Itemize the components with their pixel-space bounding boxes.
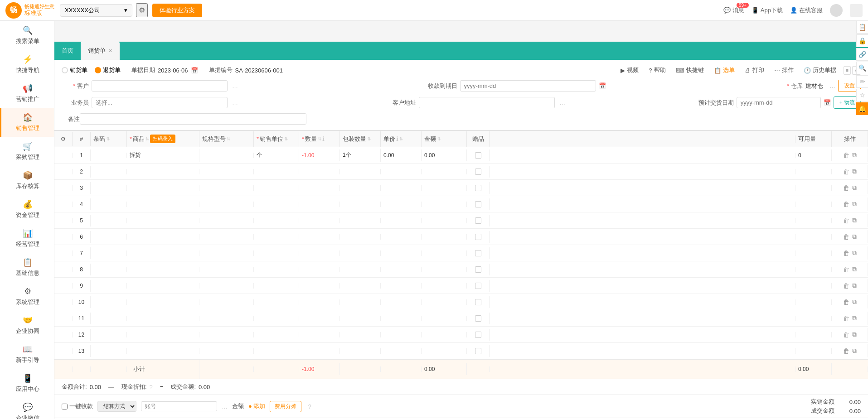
- one-click-checkbox[interactable]: [62, 404, 68, 409]
- copy-row-10-icon[interactable]: ⧉: [851, 298, 858, 306]
- right-panel-edit[interactable]: ✏: [856, 75, 868, 88]
- sidebar-item-sales[interactable]: 🏠 销售管理: [0, 108, 54, 137]
- sidebar-item-collab[interactable]: 🤝 企业协同: [0, 311, 54, 340]
- sidebar-item-purchase[interactable]: 🛒 采购管理: [0, 137, 54, 166]
- message-button[interactable]: 💬 消息 99+: [723, 6, 744, 14]
- expected-cal-icon[interactable]: 📅: [824, 99, 831, 106]
- tab-home[interactable]: 首页: [54, 42, 81, 60]
- delete-row-5-icon[interactable]: 🗑: [842, 217, 851, 224]
- copy-row-5-icon[interactable]: ⧉: [851, 217, 858, 224]
- sidebar-item-search[interactable]: 🔍 搜索菜单: [0, 21, 54, 50]
- payment-method-select[interactable]: 结算方式: [97, 401, 136, 412]
- right-panel-lock[interactable]: 🔒: [856, 34, 868, 47]
- gift-checkbox-2[interactable]: [475, 169, 481, 175]
- delete-row-13-icon[interactable]: 🗑: [842, 347, 851, 355]
- gift-checkbox-10[interactable]: [475, 299, 481, 305]
- copy-row-11-icon[interactable]: ⧉: [851, 314, 858, 322]
- toolbar-help[interactable]: ? 帮助: [646, 65, 668, 75]
- notes-input[interactable]: [80, 113, 306, 125]
- customer-input[interactable]: [92, 80, 228, 92]
- customer-dots[interactable]: …: [232, 82, 238, 89]
- copy-row-13-icon[interactable]: ⧉: [851, 347, 858, 355]
- delete-row-9-icon[interactable]: 🗑: [842, 282, 851, 289]
- gift-checkbox-12[interactable]: [475, 332, 481, 338]
- customer-addr-input[interactable]: [419, 97, 555, 108]
- delete-row-6-icon[interactable]: 🗑: [842, 233, 851, 241]
- delete-row-2-icon[interactable]: 🗑: [842, 168, 851, 175]
- payment-dots[interactable]: …: [222, 403, 228, 410]
- delete-row-3-icon[interactable]: 🗑: [842, 184, 851, 192]
- expense-split-button[interactable]: 费用分摊: [270, 401, 301, 412]
- gift-checkbox-8[interactable]: [475, 266, 481, 273]
- toolbar-history[interactable]: 🕐 历史单据: [801, 65, 839, 75]
- toolbar-shortcut[interactable]: ⌨ 快捷键: [673, 65, 707, 75]
- toolbar-operations[interactable]: ⋯ 操作: [771, 65, 796, 75]
- gift-checkbox-4[interactable]: [475, 201, 481, 207]
- right-panel-link[interactable]: 🔗: [856, 48, 868, 61]
- gift-checkbox-3[interactable]: [475, 185, 481, 191]
- gift-checkbox-11[interactable]: [475, 315, 481, 322]
- copy-row-7-icon[interactable]: ⧉: [851, 249, 858, 257]
- receipt-date-input[interactable]: [460, 80, 596, 92]
- view-list-icon[interactable]: ≡: [844, 66, 851, 75]
- sidebar-item-inventory[interactable]: 📦 库存核算: [0, 166, 54, 195]
- delete-row-7-icon[interactable]: 🗑: [842, 250, 851, 257]
- sidebar-item-guide[interactable]: 📖 新手引导: [0, 340, 54, 369]
- copy-row-1-icon[interactable]: ⧉: [851, 151, 858, 159]
- right-panel-search[interactable]: 🔍: [856, 62, 868, 74]
- copy-row-8-icon[interactable]: ⧉: [851, 265, 858, 273]
- settings-icon-button[interactable]: ⚙: [136, 3, 148, 17]
- warehouse-dots[interactable]: …: [829, 82, 835, 89]
- company-selector[interactable]: XXXXXX公司 ▾: [60, 4, 132, 17]
- calendar-icon[interactable]: 📅: [191, 67, 198, 74]
- sidebar-item-basics[interactable]: 📋 基础信息: [0, 253, 54, 282]
- copy-row-9-icon[interactable]: ⧉: [851, 282, 858, 289]
- gift-checkbox-13[interactable]: [475, 348, 481, 354]
- right-panel-clipboard[interactable]: 📋: [856, 21, 868, 34]
- salesperson-dots[interactable]: …: [232, 99, 238, 106]
- sidebar-item-wechat[interactable]: 💬 企业微信: [0, 398, 54, 419]
- sidebar-item-system[interactable]: ⚙ 系统管理: [0, 282, 54, 311]
- gift-checkbox-6[interactable]: [475, 234, 481, 240]
- delete-row-12-icon[interactable]: 🗑: [842, 331, 851, 338]
- expected-date-input[interactable]: [737, 97, 821, 108]
- gift-checkbox-7[interactable]: [475, 250, 481, 256]
- sidebar-item-operations[interactable]: 📊 经营管理: [0, 224, 54, 253]
- delete-row-10-icon[interactable]: 🗑: [842, 299, 851, 306]
- sidebar-item-finance[interactable]: 💰 资金管理: [0, 195, 54, 224]
- tab-sales-order[interactable]: 销货单 ✕: [81, 42, 120, 60]
- gift-checkbox-1[interactable]: [475, 152, 481, 159]
- sidebar-item-marketing[interactable]: 📢 营销推广: [0, 79, 54, 108]
- sidebar-item-shortcut[interactable]: ⚡ 快捷导航: [0, 50, 54, 79]
- toolbar-video[interactable]: ▶ 视频: [618, 65, 641, 75]
- user-menu[interactable]: [850, 4, 863, 17]
- receipt-cal-icon[interactable]: 📅: [599, 82, 606, 89]
- gift-checkbox-5[interactable]: [475, 217, 481, 224]
- toolbar-select[interactable]: 📋 选单: [711, 65, 737, 75]
- trial-button[interactable]: 体验行业方案: [152, 4, 202, 17]
- gift-checkbox-9[interactable]: [475, 283, 481, 289]
- delete-row-11-icon[interactable]: 🗑: [842, 315, 851, 322]
- copy-row-2-icon[interactable]: ⧉: [851, 168, 858, 175]
- scan-button[interactable]: 扫码录入: [150, 135, 175, 143]
- copy-row-3-icon[interactable]: ⧉: [851, 184, 858, 192]
- radio-return-order[interactable]: 退货单: [95, 66, 121, 74]
- app-download-button[interactable]: 📱 App下载: [752, 6, 783, 14]
- right-panel-star[interactable]: ☆: [856, 89, 868, 101]
- radio-sales-order[interactable]: 销货单: [62, 66, 87, 74]
- delete-row-8-icon[interactable]: 🗑: [842, 266, 851, 273]
- copy-row-4-icon[interactable]: ⧉: [851, 200, 858, 208]
- tab-close-icon[interactable]: ✕: [108, 48, 112, 54]
- right-panel-bell[interactable]: 🔔: [856, 102, 868, 115]
- th-settings[interactable]: ⚙: [54, 132, 73, 146]
- sidebar-item-appstore[interactable]: 📱 应用中心: [0, 369, 54, 398]
- salesperson-input[interactable]: [92, 97, 228, 108]
- account-input[interactable]: [141, 401, 217, 411]
- delete-row-1-icon[interactable]: 🗑: [842, 152, 851, 159]
- addr-dots[interactable]: …: [559, 99, 565, 106]
- copy-row-12-icon[interactable]: ⧉: [851, 331, 858, 338]
- online-service-button[interactable]: 👤 在线客服: [790, 6, 823, 14]
- add-button-pay[interactable]: ● 添加: [248, 402, 265, 410]
- toolbar-print[interactable]: 🖨 打印: [742, 65, 767, 75]
- copy-row-6-icon[interactable]: ⧉: [851, 233, 858, 241]
